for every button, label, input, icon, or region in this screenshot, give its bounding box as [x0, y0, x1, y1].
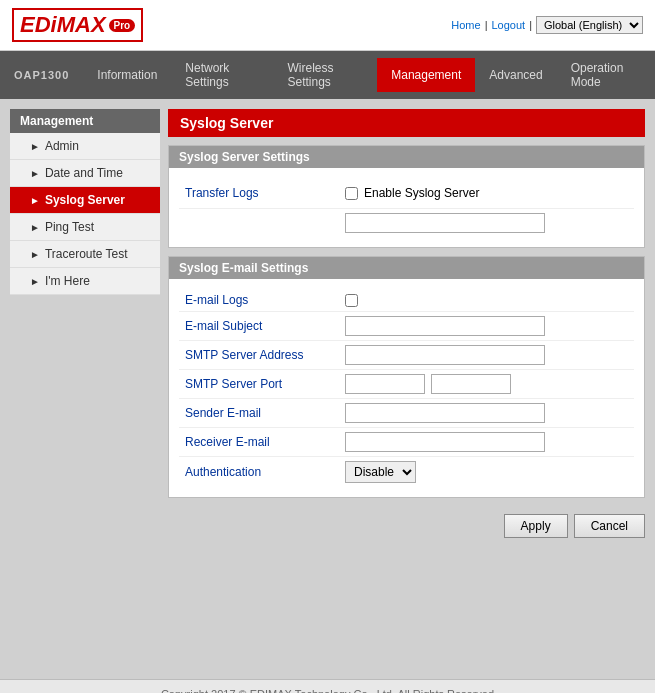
arrow-icon: ►: [30, 276, 40, 287]
email-subject-control: [345, 316, 628, 336]
sidebar-item-label: Date and Time: [45, 166, 123, 180]
nav-operation-mode[interactable]: Operation Mode: [557, 51, 655, 99]
arrow-icon: ►: [30, 249, 40, 260]
top-nav: OAP1300 Information Network Settings Wir…: [0, 51, 655, 99]
authentication-label: Authentication: [185, 465, 345, 479]
receiver-email-control: [345, 432, 628, 452]
syslog-email-settings-section: Syslog E-mail Settings E-mail Logs E-mai…: [168, 256, 645, 498]
arrow-icon: ►: [30, 141, 40, 152]
syslog-settings-header: Syslog Server Settings: [169, 146, 644, 168]
logout-link[interactable]: Logout: [491, 19, 525, 31]
nav-wireless-settings[interactable]: Wireless Settings: [273, 51, 377, 99]
syslog-settings-body: Transfer Logs Enable Syslog Server: [169, 168, 644, 247]
sidebar-item-label: Ping Test: [45, 220, 94, 234]
sidebar-title: Management: [10, 109, 160, 133]
header-right: Home | Logout | Global (English): [451, 16, 643, 34]
logo-pro-badge: Pro: [109, 19, 136, 32]
enable-syslog-checkbox[interactable]: [345, 187, 358, 200]
email-logs-checkbox[interactable]: [345, 294, 358, 307]
sidebar-item-label: I'm Here: [45, 274, 90, 288]
page-title: Syslog Server: [168, 109, 645, 137]
nav-management[interactable]: Management: [377, 58, 475, 92]
smtp-port-row: SMTP Server Port: [179, 370, 634, 399]
sender-email-row: Sender E-mail: [179, 399, 634, 428]
footer: Copyright 2017 © EDIMAX Technology Co., …: [0, 679, 655, 693]
arrow-icon: ►: [30, 222, 40, 233]
email-settings-header: Syslog E-mail Settings: [169, 257, 644, 279]
enable-syslog-label: Enable Syslog Server: [364, 186, 479, 200]
transfer-logs-control: Enable Syslog Server: [345, 186, 628, 200]
header: EDiMAX Pro Home | Logout | Global (Engli…: [0, 0, 655, 51]
nav-information[interactable]: Information: [83, 58, 171, 92]
content-area: Syslog Server Syslog Server Settings Tra…: [168, 109, 645, 669]
email-subject-input[interactable]: [345, 316, 545, 336]
smtp-address-row: SMTP Server Address: [179, 341, 634, 370]
smtp-port-control: [345, 374, 628, 394]
sidebar-item-label: Traceroute Test: [45, 247, 128, 261]
authentication-control: Disable Enable: [345, 461, 628, 483]
authentication-select[interactable]: Disable Enable: [345, 461, 416, 483]
main-layout: Management ► Admin ► Date and Time ► Sys…: [0, 99, 655, 679]
sidebar: Management ► Admin ► Date and Time ► Sys…: [10, 109, 160, 669]
transfer-logs-input-control: [345, 213, 628, 233]
email-subject-label: E-mail Subject: [185, 319, 345, 333]
logo-box: EDiMAX Pro: [12, 8, 143, 42]
sidebar-item-label: Admin: [45, 139, 79, 153]
transfer-logs-label: Transfer Logs: [185, 186, 345, 200]
receiver-email-input[interactable]: [345, 432, 545, 452]
sidebar-item-date-and-time[interactable]: ► Date and Time: [10, 160, 160, 187]
sidebar-item-traceroute-test[interactable]: ► Traceroute Test: [10, 241, 160, 268]
email-logs-control: [345, 294, 628, 307]
arrow-icon: ►: [30, 195, 40, 206]
transfer-logs-row: Transfer Logs Enable Syslog Server: [179, 178, 634, 209]
home-link[interactable]: Home: [451, 19, 480, 31]
sidebar-item-syslog-server[interactable]: ► Syslog Server: [10, 187, 160, 214]
email-logs-row: E-mail Logs: [179, 289, 634, 312]
logo: EDiMAX Pro: [12, 8, 143, 42]
sender-email-label: Sender E-mail: [185, 406, 345, 420]
arrow-icon: ►: [30, 168, 40, 179]
receiver-email-label: Receiver E-mail: [185, 435, 345, 449]
syslog-server-settings-section: Syslog Server Settings Transfer Logs Ena…: [168, 145, 645, 248]
smtp-port-input[interactable]: [345, 374, 425, 394]
sender-email-input[interactable]: [345, 403, 545, 423]
email-settings-body: E-mail Logs E-mail Subject SMTP Server A…: [169, 279, 644, 497]
language-select[interactable]: Global (English): [536, 16, 643, 34]
button-row: Apply Cancel: [168, 506, 645, 546]
device-label: OAP1300: [0, 69, 83, 81]
email-logs-label: E-mail Logs: [185, 293, 345, 307]
smtp-port-label: SMTP Server Port: [185, 377, 345, 391]
transfer-logs-input[interactable]: [345, 213, 545, 233]
email-subject-row: E-mail Subject: [179, 312, 634, 341]
sidebar-item-ping-test[interactable]: ► Ping Test: [10, 214, 160, 241]
authentication-row: Authentication Disable Enable: [179, 457, 634, 487]
logo-text: EDiMAX: [20, 12, 106, 38]
transfer-logs-input-row: [179, 209, 634, 237]
smtp-address-control: [345, 345, 628, 365]
sidebar-item-admin[interactable]: ► Admin: [10, 133, 160, 160]
sidebar-item-im-here[interactable]: ► I'm Here: [10, 268, 160, 295]
sender-email-control: [345, 403, 628, 423]
nav-network-settings[interactable]: Network Settings: [171, 51, 273, 99]
nav-advanced[interactable]: Advanced: [475, 58, 556, 92]
sidebar-item-label: Syslog Server: [45, 193, 125, 207]
cancel-button[interactable]: Cancel: [574, 514, 645, 538]
footer-text: Copyright 2017 © EDIMAX Technology Co., …: [161, 688, 494, 693]
smtp-address-input[interactable]: [345, 345, 545, 365]
smtp-address-label: SMTP Server Address: [185, 348, 345, 362]
smtp-port-input2[interactable]: [431, 374, 511, 394]
receiver-email-row: Receiver E-mail: [179, 428, 634, 457]
apply-button[interactable]: Apply: [504, 514, 568, 538]
